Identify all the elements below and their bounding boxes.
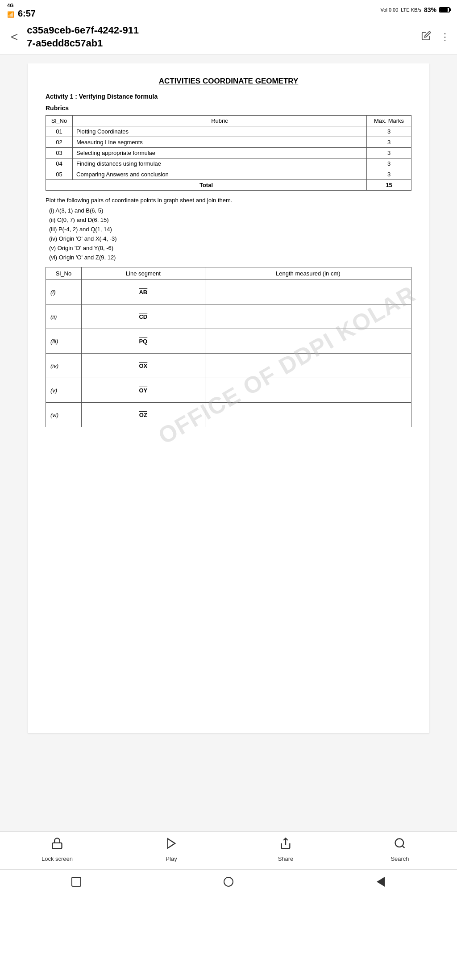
lte-display: LTE KB/s — [401, 7, 421, 13]
meas-col-length: Length measured (in cm) — [205, 267, 411, 280]
meas-col-seg: Line segment — [82, 267, 205, 280]
bottom-toolbar: Lock screen Play Share Search — [0, 831, 457, 869]
table-row: (iii) PQ — [46, 329, 411, 354]
instructions: Plot the following pairs of coordinate p… — [46, 197, 411, 204]
measure-table: Sl_No Line segment Length measured (in c… — [46, 267, 411, 427]
rubrics-table: Sl_No Rubric Max. Marks 01 Plotting Coor… — [46, 115, 411, 191]
nav-square-button[interactable] — [67, 875, 85, 888]
signal-icon: 4G📶 — [7, 3, 14, 17]
svg-rect-0 — [53, 843, 62, 849]
list-item: (iii) P(-4, 2) and Q(1, 14) — [46, 226, 411, 233]
table-row: 01 Plotting Coordinates 3 — [46, 126, 411, 137]
nav-bar — [0, 869, 457, 897]
search-icon — [394, 837, 406, 853]
vol-display: Vol 0.00 — [381, 7, 399, 13]
list-item: (ii) C(0, 7) and D(6, 15) — [46, 217, 411, 223]
list-item: (v) Origin 'O' and Y(8, -6) — [46, 245, 411, 251]
triangle-icon — [377, 877, 385, 887]
share-button[interactable]: Share — [268, 837, 303, 862]
play-label: Play — [166, 855, 177, 862]
svg-marker-1 — [168, 839, 175, 848]
lock-icon — [51, 837, 63, 853]
search-label: Search — [391, 855, 409, 862]
status-time: 4G📶 6:57 — [7, 1, 36, 19]
table-row: 04 Finding distances using formulae 3 — [46, 158, 411, 169]
document: OFFICE OF DDPI KOLAR ACTIVITIES COORDINA… — [28, 63, 429, 733]
coordinate-list: (i) A(3, 1) and B(6, 5) (ii) C(0, 7) and… — [46, 207, 411, 261]
table-row: (i) AB — [46, 280, 411, 304]
empty-space — [0, 742, 457, 831]
battery-icon — [439, 7, 450, 13]
rubrics-heading: Rubrics — [46, 104, 411, 112]
col-slno: Sl_No — [46, 116, 73, 126]
table-row: (v) OY — [46, 378, 411, 403]
header-icons: ⋮ — [421, 31, 450, 43]
edit-icon[interactable] — [421, 31, 431, 43]
circle-icon — [224, 877, 233, 887]
svg-line-4 — [402, 846, 404, 848]
table-row: (iv) OX — [46, 354, 411, 378]
more-options-icon[interactable]: ⋮ — [440, 31, 450, 43]
battery-percent: 83% — [424, 6, 436, 13]
col-rubric: Rubric — [73, 116, 367, 126]
share-label: Share — [278, 855, 294, 862]
time-display: 6:57 — [18, 8, 36, 18]
table-row: 02 Measuring Line segments 3 — [46, 137, 411, 148]
list-item: (i) A(3, 1) and B(6, 5) — [46, 207, 411, 214]
share-icon — [279, 837, 292, 853]
svg-point-3 — [395, 839, 404, 847]
play-icon — [165, 837, 178, 853]
activity-heading: Activity 1 : Verifying Distance formula — [46, 93, 411, 100]
nav-circle-button[interactable] — [220, 875, 237, 888]
square-icon — [71, 877, 81, 887]
status-right: Vol 0.00 LTE KB/s 83% — [381, 6, 450, 13]
lock-screen-label: Lock screen — [42, 855, 73, 862]
content-area: OFFICE OF DDPI KOLAR ACTIVITIES COORDINA… — [0, 54, 457, 742]
play-button[interactable]: Play — [154, 837, 189, 862]
table-row: 03 Selecting appropriate formulae 3 — [46, 148, 411, 158]
table-row: 05 Comparing Answers and conclusion 3 — [46, 169, 411, 180]
back-button[interactable]: < — [7, 28, 21, 46]
lock-screen-button[interactable]: Lock screen — [39, 837, 75, 862]
total-row: Total 15 — [46, 180, 411, 191]
document-main-title: ACTIVITIES COORDINATE GEOMETRY — [46, 77, 411, 86]
col-marks: Max. Marks — [367, 116, 411, 126]
table-row: (vi) OZ — [46, 403, 411, 427]
app-header: < c35a9ceb-6e7f-4242-9117-a5edd8c57ab1 ⋮ — [0, 20, 457, 54]
list-item: (iv) Origin 'O' and X(-4, -3) — [46, 235, 411, 242]
nav-back-button[interactable] — [372, 875, 390, 888]
table-row: (ii) CD — [46, 304, 411, 329]
list-item: (vi) Origin 'O' and Z(9, 12) — [46, 254, 411, 261]
status-bar: 4G📶 6:57 Vol 0.00 LTE KB/s 83% — [0, 0, 457, 20]
document-title-header: c35a9ceb-6e7f-4242-9117-a5edd8c57ab1 — [27, 24, 416, 50]
meas-col-slno: Sl_No — [46, 267, 82, 280]
search-button[interactable]: Search — [382, 837, 418, 862]
